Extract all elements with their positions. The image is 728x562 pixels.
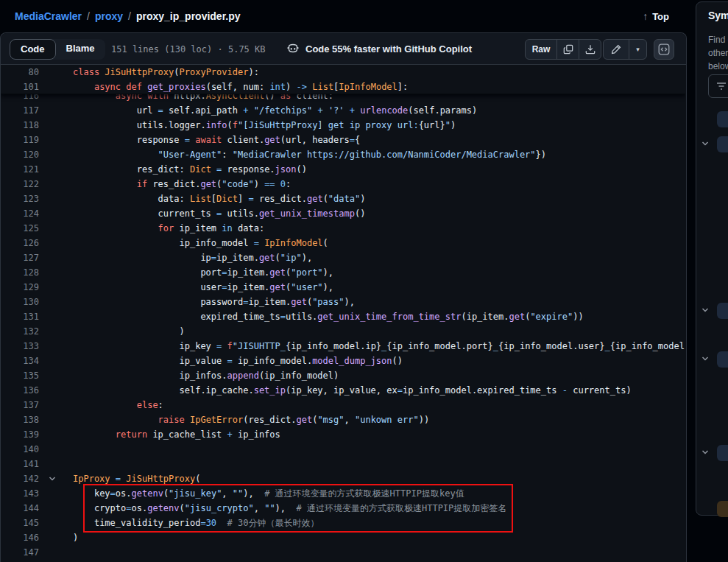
line-number[interactable]: 118 — [1, 118, 39, 133]
breadcrumb-folder-link[interactable]: proxy — [95, 10, 123, 22]
chevron-down-icon[interactable] — [701, 306, 711, 316]
code-text: else: — [73, 398, 163, 412]
line-number[interactable]: 141 — [1, 457, 39, 471]
line-number[interactable]: 134 — [1, 354, 39, 368]
symbol-item[interactable] — [717, 303, 728, 319]
tab-code[interactable]: Code — [10, 39, 56, 60]
code-text: class JiSuHttpProxy(ProxyProvider): — [73, 65, 259, 80]
raw-button[interactable]: Raw — [526, 40, 556, 59]
code-line: 124 current_ts = utils.get_unix_timestam… — [1, 206, 685, 221]
symbol-item[interactable] — [717, 501, 728, 517]
breadcrumb-separator: / — [128, 10, 131, 22]
code-text: for ip_item in data: — [73, 221, 264, 236]
copy-raw-button[interactable] — [556, 40, 579, 59]
line-number[interactable]: 147 — [1, 545, 39, 560]
code-line: 142IpProxy = JiSuHttpProxy( — [1, 471, 685, 486]
tab-blame[interactable]: Blame — [56, 39, 105, 60]
line-number[interactable]: 125 — [1, 221, 39, 236]
line-number[interactable]: 143 — [1, 486, 39, 501]
arrow-up-icon: ↑ — [643, 10, 648, 22]
code-text: time_validity_period=30 # 30分钟（最长时效） — [73, 516, 319, 530]
line-number[interactable]: 117 — [1, 103, 39, 118]
copilot-banner: Code 55% faster with GitHub Copilot — [286, 33, 472, 65]
code-line: 122 if res_dict.get("code") == 0: — [1, 177, 685, 192]
line-number[interactable]: 80 — [1, 65, 39, 80]
line-number[interactable]: 129 — [1, 280, 39, 295]
line-number[interactable]: 128 — [1, 265, 39, 280]
code-line: 128 port=ip_item.get("port"), — [1, 265, 685, 280]
chevron-down-icon: ▾ — [636, 46, 640, 53]
github-code-view: { "header": { "breadcrumb": { "repo": "M… — [0, 0, 728, 562]
line-number[interactable]: 139 — [1, 427, 39, 442]
code-line: 130 password=ip_item.get("pass"), — [1, 295, 685, 309]
breadcrumb-file-name: proxy_ip_provider.py — [136, 10, 241, 22]
line-number[interactable]: 144 — [1, 501, 39, 516]
line-number[interactable]: 135 — [1, 368, 39, 383]
code-text: password=ip_item.get("pass"), — [73, 295, 355, 309]
file-content-box: Code Blame 151 lines (130 loc) · 5.75 KB… — [0, 32, 687, 562]
line-number[interactable]: 119 — [1, 133, 39, 147]
code-line: 131 expired_time_ts=utils.get_unix_time_… — [1, 309, 685, 324]
line-number[interactable]: 127 — [1, 250, 39, 265]
code-line: 119 response = await client.get(url, hea… — [1, 133, 685, 147]
breadcrumb-separator: / — [87, 10, 90, 22]
chevron-down-icon[interactable] — [701, 448, 711, 458]
line-number[interactable]: 140 — [1, 442, 39, 457]
symbols-panel-description: Find definitions and references for func… — [708, 33, 728, 73]
code-text: key=os.getenv("jisu_key", ""), # 通过环境变量的… — [73, 486, 464, 501]
code-line: 126 ip_info_model = IpInfoModel( — [1, 236, 685, 250]
code-line: 147 — [1, 545, 685, 560]
line-number[interactable]: 145 — [1, 516, 39, 530]
code-text: current_ts = utils.get_unix_timestamp() — [73, 206, 365, 221]
symbol-item[interactable] — [717, 351, 728, 368]
edit-dropdown-button[interactable]: ▾ — [629, 40, 646, 59]
code-line: 139 return ip_cache_list + ip_infos — [1, 427, 685, 442]
line-number[interactable]: 133 — [1, 339, 39, 354]
line-number[interactable]: 124 — [1, 206, 39, 221]
code-text: ip_value = ip_info_model.model_dump_json… — [73, 354, 403, 368]
line-number[interactable]: 137 — [1, 398, 39, 412]
file-toolbar: Code Blame 151 lines (130 loc) · 5.75 KB… — [1, 33, 686, 65]
line-number[interactable]: 121 — [1, 162, 39, 177]
line-number[interactable]: 142 — [1, 471, 39, 486]
chevron-down-icon[interactable] — [701, 354, 711, 365]
scroll-top-button[interactable]: ↑ Top — [643, 10, 669, 22]
symbol-item[interactable] — [717, 445, 728, 461]
symbols-filter-field[interactable] — [708, 74, 728, 98]
code-line: 125 for ip_item in data: — [1, 221, 685, 236]
download-button[interactable] — [579, 40, 601, 59]
code-text: self.ip_cache.set_ip(ip_key, ip_value, e… — [73, 383, 632, 398]
chevron-down-icon[interactable] — [701, 139, 711, 150]
filter-icon — [715, 80, 727, 92]
line-number[interactable]: 131 — [1, 309, 39, 324]
code-text: utils.logger.info(f"[JiSuHttpProxy] get … — [73, 118, 456, 133]
symbols-panel-title: Symbols — [708, 10, 728, 21]
code-line: 127 ip=ip_item.get("ip"), — [1, 250, 685, 265]
pencil-icon — [611, 44, 621, 55]
line-number[interactable]: 138 — [1, 412, 39, 427]
breadcrumb-repo-link[interactable]: MediaCrawler — [15, 10, 82, 22]
symbols-toggle-button[interactable] — [654, 39, 674, 60]
code-text: user=ip_item.get("user"), — [73, 280, 333, 295]
symbol-item[interactable] — [717, 111, 728, 127]
edit-button[interactable] — [604, 40, 629, 59]
line-number[interactable]: 120 — [1, 147, 39, 162]
line-number[interactable]: 130 — [1, 295, 39, 309]
line-number[interactable]: 122 — [1, 177, 39, 192]
line-number[interactable]: 123 — [1, 192, 39, 206]
line-number[interactable]: 136 — [1, 383, 39, 398]
line-number[interactable]: 101 — [1, 80, 39, 94]
line-number[interactable]: 132 — [1, 324, 39, 339]
line-number[interactable]: 126 — [1, 236, 39, 250]
code-text: ip_info_model = IpInfoModel( — [73, 236, 328, 250]
copy-icon — [563, 44, 573, 55]
code-text: res_dict: Dict = response.json() — [73, 162, 307, 177]
code-line: 80class JiSuHttpProxy(ProxyProvider): — [1, 65, 685, 80]
code-text: response = await client.get(url, headers… — [73, 133, 360, 147]
line-number[interactable]: 146 — [1, 530, 39, 545]
collapse-chevron-icon[interactable] — [48, 474, 57, 483]
symbol-item[interactable] — [717, 136, 728, 152]
code-line: 141 — [1, 457, 685, 471]
code-blame-tabs: Code Blame — [10, 39, 105, 60]
code-line: 132 ) — [1, 324, 685, 339]
